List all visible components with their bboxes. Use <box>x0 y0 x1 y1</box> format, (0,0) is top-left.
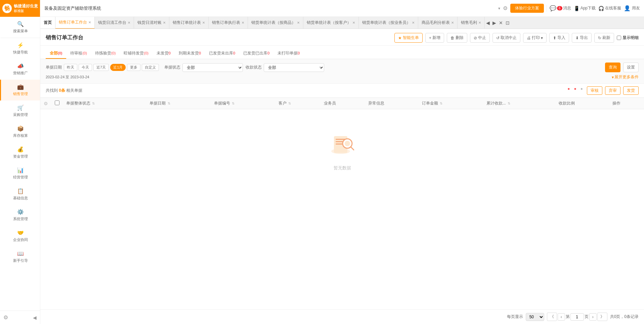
stop-btn[interactable]: ⊘ 中止 <box>470 33 490 43</box>
tab-sales-stat-product-close[interactable]: ✕ <box>297 21 300 25</box>
user-area[interactable]: 👤 用友 <box>624 5 640 11</box>
tab-sales-stat-customer[interactable]: 销货单统计表（按客户） ✕ <box>303 17 359 29</box>
subtab-not-shipped[interactable]: 未发货0 <box>153 48 175 59</box>
sidebar-settings-icon[interactable]: ⚙ <box>3 314 8 321</box>
date-btn-1month[interactable]: 近1月 <box>110 64 126 71</box>
tab-sales-workbench-close[interactable]: ✕ <box>88 21 91 24</box>
tabbar-close-all[interactable]: ✕ <box>498 20 504 26</box>
date-btn-7days[interactable]: 近7天 <box>93 64 109 71</box>
subtab-pending-review[interactable]: 待审核(0) <box>66 48 91 59</box>
sort-status[interactable]: ⇅ <box>92 102 95 105</box>
page-first-btn[interactable]: 《 <box>547 313 557 321</box>
export-btn[interactable]: ⬇ 导出 <box>572 33 592 43</box>
subtab-shipped-out[interactable]: 已发货已出库0 <box>239 48 273 59</box>
cancel-review-btn[interactable]: 弃审 <box>605 86 620 95</box>
review-btn[interactable]: 审核 <box>587 86 602 95</box>
tab-cash-daily-close[interactable]: ✕ <box>128 21 130 25</box>
sidebar-item-purchase[interactable]: 🛒 采购管理 <box>0 100 40 121</box>
tab-sales-stat-staff[interactable]: 销货单统计表（按业务员） ✕ <box>359 17 418 29</box>
settings-filter-btn[interactable]: 设置 <box>623 63 639 72</box>
basic-icon: 📋 <box>17 188 24 194</box>
date-btn-yesterday[interactable]: 昨天 <box>64 64 77 71</box>
status-filter-select[interactable]: 全部 <box>182 63 243 72</box>
column-settings-icon[interactable]: ⚙ <box>44 101 48 106</box>
message-icon-area[interactable]: 💬 6 消息 <box>550 5 571 11</box>
add-btn[interactable]: + 新增 <box>425 33 444 43</box>
select-all-checkbox[interactable] <box>55 100 59 105</box>
subtab-all[interactable]: 全部(0) <box>46 48 66 59</box>
sort-amount[interactable]: ⇅ <box>440 102 442 105</box>
show-detail-checkbox[interactable] <box>617 36 621 40</box>
subtab-pending-check[interactable]: 待拣验货(0) <box>91 48 120 59</box>
tabbar-prev[interactable]: ◀ <box>485 20 491 26</box>
subtab-wangpu[interactable]: 旺铺待发货(0) <box>120 48 152 59</box>
sidebar-item-finance[interactable]: 💰 资金管理 <box>0 142 40 163</box>
tab-sales-workbench[interactable]: 销售订单工作台 ✕ <box>55 17 95 29</box>
tab-product-margin[interactable]: 商品毛利分析表 ✕ <box>418 17 458 29</box>
online-service-area[interactable]: 🎧 在线客服 <box>598 5 621 11</box>
subtab-shipped-not-out[interactable]: 已发货未出库0 <box>205 48 239 59</box>
tab-home[interactable]: 首页 <box>40 17 55 29</box>
tab-sales-exec[interactable]: 销售订单执行表 ✕ <box>209 17 248 29</box>
cancel-stop-btn[interactable]: ↺ 取消中止 <box>492 33 520 43</box>
smart-gen-btn[interactable]: ★ 智能生单 <box>394 33 423 43</box>
sidebar-item-operation[interactable]: 📊 经营管理 <box>0 163 40 184</box>
page-last-btn[interactable]: 》 <box>597 313 607 321</box>
tab-sales-profit-close[interactable]: ✕ <box>478 21 481 25</box>
table-header-row: ⚙ 单据整体状态 ⇅ 单据日期 ⇅ <box>40 98 644 109</box>
page-prev-btn[interactable]: ‹ <box>558 313 565 321</box>
tab-cash-daily[interactable]: 钱货日清工作台 ✕ <box>95 17 134 29</box>
tab-cash-reconcile-close[interactable]: ✕ <box>163 21 166 25</box>
per-page-select[interactable]: 50 10 20 100 <box>526 313 544 321</box>
query-btn[interactable]: 查询 <box>605 63 620 72</box>
sidebar-item-quick-nav[interactable]: ⚡ 快捷导航 <box>0 38 40 59</box>
page-next-btn[interactable]: › <box>589 313 597 321</box>
tabbar-next[interactable]: ▶ <box>491 20 498 26</box>
tab-sales-exec-close[interactable]: ✕ <box>242 21 244 25</box>
topbar-settings-icon[interactable]: ⚙ <box>503 5 508 11</box>
sidebar-item-system[interactable]: ⚙️ 系统管理 <box>0 205 40 226</box>
sort-date[interactable]: ⇅ <box>168 102 170 105</box>
subtab-not-printed[interactable]: 未打印单据0 <box>273 48 304 59</box>
delete-btn[interactable]: 🗑 删除 <box>447 33 467 43</box>
tab-sales-stat-customer-close[interactable]: ✕ <box>352 21 355 25</box>
tab-sales-stat-close[interactable]: ✕ <box>202 21 205 25</box>
tab-sales-stat-staff-close[interactable]: ✕ <box>412 21 415 25</box>
tab-sales-stat-product[interactable]: 销货单统计表（按商品） ✕ <box>248 17 303 29</box>
sidebar-item-marketing[interactable]: 📣 营销推广 <box>0 59 40 80</box>
payment-filter-select[interactable]: 全部 <box>264 63 324 72</box>
sort-customer[interactable]: ⇅ <box>288 102 291 105</box>
tabbar-expand[interactable]: ⊡ <box>504 20 511 26</box>
trial-btn[interactable]: 体验行业方案 <box>510 4 544 13</box>
tab-sales-profit[interactable]: 销售毛利 ✕ <box>458 17 485 29</box>
sidebar-item-basic[interactable]: 📋 基础信息 <box>0 184 40 205</box>
ship-btn[interactable]: 发货 <box>623 86 639 95</box>
sidebar-collapse-icon[interactable]: ◀ <box>33 315 37 320</box>
app-download-area[interactable]: 📱 App下载 <box>574 5 596 11</box>
subtab-expired-not-shipped[interactable]: 到期未发货0 <box>175 48 205 59</box>
show-detail-label[interactable]: 显示明细 <box>617 35 639 41</box>
date-btn-more[interactable]: 更多 <box>127 64 140 71</box>
import-btn[interactable]: ⬆ 导入 <box>549 33 569 43</box>
tab-sales-stat-product-label: 销货单统计表（按商品） <box>251 20 296 26</box>
topbar-dropdown-icon[interactable]: ▾ <box>498 6 500 11</box>
sidebar-item-enterprise[interactable]: 🤝 企业协同 <box>0 226 40 246</box>
sort-cumulative[interactable]: ⇅ <box>508 102 510 105</box>
date-btn-custom[interactable]: 自定义 <box>142 64 159 71</box>
tab-product-margin-close[interactable]: ✕ <box>451 21 454 25</box>
expand-filter-btn[interactable]: ▾ 展开更多条件 <box>612 74 639 80</box>
sort-number[interactable]: ⇅ <box>232 102 234 105</box>
tab-cash-reconcile[interactable]: 钱货日清对账 ✕ <box>134 17 169 29</box>
sidebar-item-search[interactable]: 🔍 搜索菜单 <box>0 17 40 38</box>
tab-sales-stat[interactable]: 销售订单统计表 ✕ <box>169 17 209 29</box>
th-checkbox <box>51 98 63 109</box>
date-btn-today[interactable]: 今天 <box>79 64 92 71</box>
sidebar-item-inventory[interactable]: 📦 库存核算 <box>0 121 40 142</box>
sidebar-nav: ⚡ 快捷导航 📣 营销推广 💼 销售管理 🛒 采购管理 📦 库存核算 💰 资金管… <box>0 38 40 311</box>
page-input[interactable] <box>570 313 584 321</box>
sidebar-item-sales[interactable]: 💼 销售管理 <box>0 80 40 100</box>
refresh-btn[interactable]: ↻ 刷新 <box>594 33 614 43</box>
sidebar-item-guide[interactable]: 📖 新手引导 <box>0 246 40 267</box>
print-btn[interactable]: 🖨 打印 ▾ <box>523 33 547 43</box>
operation-icon: 📊 <box>17 167 24 173</box>
